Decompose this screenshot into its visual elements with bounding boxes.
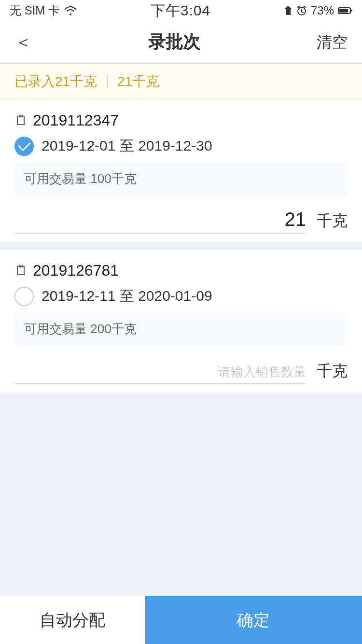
status-bar-right: 73% — [284, 4, 352, 17]
batch-2-unit: 千克 — [317, 361, 348, 382]
wifi-icon — [64, 6, 77, 15]
bottom-space — [0, 392, 362, 586]
content-area: 🗒 2019112347 2019-12-01 至 2019-12-30 可用交… — [0, 100, 362, 634]
batch-1-date-row: 2019-12-01 至 2019-12-30 — [0, 134, 362, 161]
batch-1-header: 🗒 2019112347 — [0, 100, 362, 134]
battery-percent: 73% — [311, 4, 334, 17]
batch-2-header: 🗒 2019126781 — [0, 250, 362, 284]
back-button[interactable]: ＜ — [14, 30, 32, 54]
batch-2-date-row: 2019-12-11 至 2020-01-09 — [0, 284, 362, 311]
batch-1-date: 2019-12-01 至 2019-12-30 — [42, 136, 212, 156]
batch-1-input-wrapper — [14, 209, 306, 234]
batch-icon-2: 🗒 — [14, 263, 28, 279]
summary-value: 21千克 — [117, 72, 159, 91]
location-icon — [284, 5, 292, 16]
svg-rect-6 — [339, 9, 348, 13]
bottom-action-bar: 自动分配 确定 — [0, 596, 362, 644]
batch-2-id: 2019126781 — [33, 262, 119, 280]
no-sim-label: 无 SIM 卡 — [10, 3, 60, 18]
batch-1-radio[interactable] — [14, 137, 34, 156]
batch-1-avail-text: 可用交易量 100千克 — [24, 171, 137, 186]
batch-2-avail-text: 可用交易量 200千克 — [24, 322, 137, 336]
nav-bar: ＜ 录批次 清空 — [0, 21, 362, 64]
page-title: 录批次 — [148, 30, 200, 54]
auto-distribute-button[interactable]: 自动分配 — [0, 596, 145, 644]
svg-rect-7 — [351, 10, 352, 12]
clear-button[interactable]: 清空 — [317, 32, 348, 53]
batch-icon-1: 🗒 — [14, 112, 28, 128]
batch-item-1: 🗒 2019112347 2019-12-01 至 2019-12-30 可用交… — [0, 100, 362, 242]
batch-1-avail: 可用交易量 100千克 — [14, 163, 348, 195]
status-bar: 无 SIM 卡 下午3:04 73% — [0, 0, 362, 21]
status-bar-time: 下午3:04 — [151, 1, 210, 21]
batch-2-input-wrapper — [14, 359, 306, 384]
batch-2-radio[interactable] — [14, 287, 34, 306]
batch-1-quantity-row: 千克 — [0, 202, 362, 242]
batch-2-avail: 可用交易量 200千克 — [14, 313, 348, 345]
confirm-button[interactable]: 确定 — [145, 596, 362, 644]
svg-line-3 — [298, 6, 299, 8]
summary-divider — [107, 75, 108, 88]
summary-label: 已录入21千克 — [14, 72, 97, 91]
status-bar-left: 无 SIM 卡 — [10, 3, 77, 18]
batch-2-quantity-row: 千克 — [0, 352, 362, 392]
batch-item-2: 🗒 2019126781 2019-12-11 至 2020-01-09 可用交… — [0, 250, 362, 392]
separator-1 — [0, 242, 362, 250]
svg-line-4 — [304, 6, 306, 8]
summary-bar: 已录入21千克 21千克 — [0, 64, 362, 100]
batch-1-unit: 千克 — [317, 210, 348, 232]
svg-line-2 — [302, 12, 303, 13]
alarm-icon — [296, 5, 307, 16]
batch-1-id: 2019112347 — [33, 112, 119, 129]
battery-icon — [338, 6, 352, 15]
batch-1-quantity-input[interactable] — [209, 209, 306, 230]
batch-2-quantity-input[interactable] — [209, 359, 306, 380]
batch-2-date: 2019-12-11 至 2020-01-09 — [42, 286, 212, 306]
